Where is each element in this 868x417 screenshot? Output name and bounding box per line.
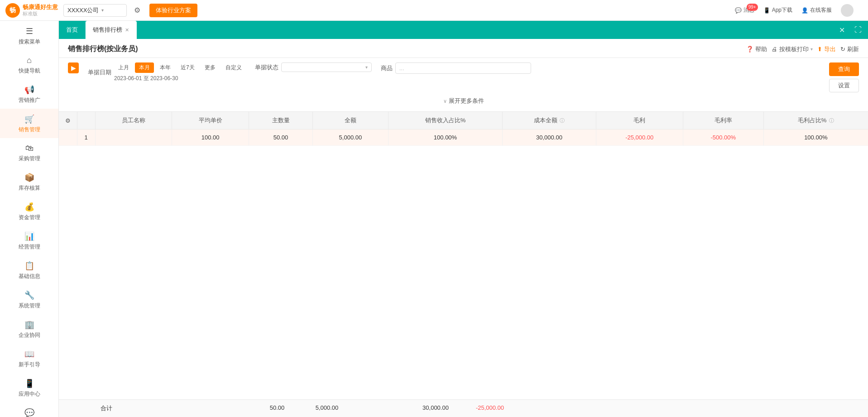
refresh-button[interactable]: ↻ 刷新 [840, 45, 859, 53]
cell-sales-ratio: 100.00% [388, 129, 503, 146]
cell-avg-price: 100.00 [172, 129, 249, 146]
logo-text: 畅康通好生意 [23, 4, 58, 11]
filter-toggle-button[interactable]: ▶ [68, 62, 79, 73]
company-name: XXXXX公司 [67, 6, 99, 14]
col-gross[interactable]: 毛利 [596, 112, 683, 129]
message-button[interactable]: 💬 消息 99+ [735, 6, 754, 14]
col-settings[interactable]: ⚙ [59, 112, 77, 129]
sales-icon: 🛒 [24, 114, 34, 124]
online-service-button[interactable]: 👤 在线客服 [801, 6, 832, 14]
status-filter-label: 单据状态 [255, 63, 278, 72]
service-icon: 👤 [801, 7, 808, 14]
col-gross-rate[interactable]: 毛利率 [683, 112, 763, 129]
enterprise-icon: 🏢 [24, 320, 34, 330]
cell-gross-rate: -500.00% [683, 129, 763, 146]
guide-icon: 📖 [24, 349, 34, 359]
shortcut-custom[interactable]: 自定义 [221, 62, 246, 73]
header-settings-icon[interactable]: ⚙ [130, 4, 144, 17]
col-gross-ratio[interactable]: 毛利占比% ⓘ [763, 112, 868, 129]
col-avg-price[interactable]: 平均单价 [172, 112, 249, 129]
status-filter: 单据状态 ▾ [255, 62, 372, 72]
goods-input[interactable]: ... [395, 62, 531, 74]
status-select-arrow: ▾ [365, 65, 368, 70]
col-qty[interactable]: 主数量 [249, 112, 312, 129]
gross-ratio-info-icon[interactable]: ⓘ [829, 118, 834, 123]
logo-sub: 标准版 [23, 11, 58, 17]
cell-qty: 50.00 [249, 129, 312, 146]
col-employee[interactable]: 员工名称 [95, 112, 172, 129]
cell-gross-ratio: 100.00% [763, 129, 868, 146]
basic-info-icon: 📋 [24, 261, 34, 271]
shortcut-this-month[interactable]: 本月 [135, 62, 154, 73]
page-content: 销售排行榜(按业务员) ❓ 帮助 🖨 按模板打印 ▾ ⬆ [59, 39, 868, 417]
sidebar-item-inventory[interactable]: 📦 库存核算 [0, 167, 58, 197]
cell-cost: 30,000.00 [503, 129, 596, 146]
cell-rank: 1 [77, 129, 95, 146]
col-amount[interactable]: 全额 [313, 112, 388, 129]
top-header: 畅 畅康通好生意 标准版 XXXXX公司 ▾ ⚙ 体验行业方案 💬 消息 99+… [0, 0, 868, 21]
sidebar-label-finance: 资金管理 [19, 214, 40, 221]
expand-more-button[interactable]: ∨ 展开更多条件 [440, 95, 488, 107]
sidebar-item-system[interactable]: 🔧 系统管理 [0, 285, 58, 314]
shortcut-more[interactable]: 更多 [201, 62, 220, 73]
export-button[interactable]: ⬆ 导出 [817, 45, 836, 53]
column-settings-icon[interactable]: ⚙ [65, 117, 71, 124]
sidebar-item-enterprise[interactable]: 🏢 企业协同 [0, 314, 58, 344]
help-button[interactable]: ❓ 帮助 [746, 45, 767, 53]
col-cost[interactable]: 成本全额 ⓘ [503, 112, 596, 129]
tab-close-icon[interactable]: ✕ [125, 27, 129, 33]
sidebar-item-search-order[interactable]: ☰ 搜索菜单 [0, 21, 58, 50]
template-print-button[interactable]: 🖨 按模板打印 ▾ [772, 45, 813, 53]
company-selector[interactable]: XXXXX公司 ▾ [63, 4, 127, 17]
filter-settings-button[interactable]: 设置 [829, 79, 859, 92]
sidebar-item-finance[interactable]: 💰 资金管理 [0, 197, 58, 226]
sidebar-item-app-center[interactable]: 📱 应用中心 [0, 373, 58, 403]
print-icon: 🖨 [772, 46, 777, 53]
status-select[interactable]: ▾ [281, 62, 372, 72]
refresh-icon: ↻ [840, 46, 845, 53]
sidebar-item-basic-info[interactable]: 📋 基础信息 [0, 255, 58, 285]
sidebar-label-inventory: 库存核算 [19, 184, 40, 192]
footer-qty-total: 50.00 [254, 404, 300, 412]
trial-button[interactable]: 体验行业方案 [149, 4, 197, 17]
content-area: 首页 销售排行榜 ✕ ✕ ⛶ 销售排行榜(按业务员) [59, 21, 868, 417]
shortcut-this-year[interactable]: 本年 [156, 62, 175, 73]
cell-amount: 5,000.00 [313, 129, 388, 146]
download-icon: 📱 [763, 7, 770, 14]
sidebar-label-basic-info: 基础信息 [19, 273, 40, 280]
footer-total-label: 合计 [101, 404, 155, 412]
app-center-icon: 📱 [24, 379, 34, 388]
sidebar-label-operations: 经营管理 [19, 243, 40, 251]
page-header: 销售排行榜(按业务员) ❓ 帮助 🖨 按模板打印 ▾ ⬆ [59, 39, 868, 58]
col-sales-ratio[interactable]: 销售收入占比% [388, 112, 503, 129]
cell-employee [95, 129, 172, 146]
logo-icon: 畅 [5, 3, 20, 18]
query-button[interactable]: 查询 [829, 62, 859, 76]
shortcut-last-month[interactable]: 上月 [114, 62, 133, 73]
sidebar-item-marketing[interactable]: 📢 营销推广 [0, 79, 58, 109]
sidebar-item-sales[interactable]: 🛒 销售管理 [0, 109, 58, 138]
sidebar-item-guide[interactable]: 📖 新手引导 [0, 344, 58, 373]
page-title: 销售排行榜(按业务员) [68, 44, 138, 54]
avatar[interactable] [841, 4, 854, 17]
sidebar-item-quick-nav[interactable]: ⌂ 快捷导航 [0, 50, 58, 79]
sidebar-item-operations[interactable]: 📊 经营管理 [0, 226, 58, 255]
purchase-icon: 🛍 [25, 144, 34, 153]
message-icon: 💬 [735, 7, 742, 14]
app-download-button[interactable]: 📱 App下载 [763, 6, 792, 14]
shortcut-7days[interactable]: 近7天 [177, 62, 199, 73]
date-filter: 单据日期 上月 本月 本年 近7天 更多 自定义 20 [88, 62, 246, 82]
tab-sales-rank[interactable]: 销售排行榜 ✕ [86, 21, 137, 39]
sidebar-label-sales: 销售管理 [19, 126, 40, 134]
main-layout: ☰ 搜索菜单 ⌂ 快捷导航 📢 营销推广 🛒 销售管理 🛍 采购管理 📦 库 [0, 21, 868, 417]
tab-home[interactable]: 首页 [59, 21, 86, 39]
marketing-icon: 📢 [24, 85, 34, 95]
cell-settings [59, 129, 77, 146]
sidebar-item-wechat[interactable]: 💬 企业微信 [0, 403, 58, 417]
chevron-down-icon: ▾ [101, 8, 104, 13]
tab-fullscreen-icon[interactable]: ⛶ [852, 24, 864, 36]
wechat-icon: 💬 [24, 408, 34, 417]
tab-close-all-icon[interactable]: ✕ [835, 24, 848, 36]
cost-info-icon[interactable]: ⓘ [560, 118, 565, 123]
sidebar-item-purchase[interactable]: 🛍 采购管理 [0, 138, 58, 167]
